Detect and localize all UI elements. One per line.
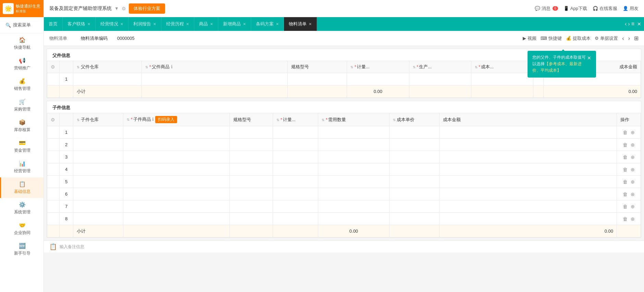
scan-button[interactable]: 扫码录入 [155, 116, 177, 123]
tab-close-icon[interactable]: ✕ [210, 22, 213, 26]
sidebar-nav-item-coop[interactable]: 🤝 企业协同 [0, 219, 44, 239]
tab-profit[interactable]: 利润报告 ✕ [128, 17, 161, 31]
child-goods-cell[interactable] [123, 176, 230, 188]
child-spec-cell[interactable] [230, 139, 273, 151]
child-qty-cell[interactable] [318, 151, 389, 163]
child-qty-cell[interactable] [318, 213, 389, 225]
copy-icon[interactable]: ⊕ [631, 216, 635, 222]
extract-cost-button[interactable]: 💰 提取成本 [566, 35, 591, 42]
child-unit-cell[interactable] [273, 188, 318, 200]
nav-right-icon[interactable]: › [628, 35, 630, 42]
tab-business[interactable]: 经营情况 ✕ [96, 17, 128, 31]
copy-icon[interactable]: ⊕ [631, 179, 635, 185]
child-qty-cell[interactable] [318, 163, 389, 176]
child-warehouse-cell[interactable] [73, 213, 123, 225]
child-spec-cell[interactable] [230, 126, 273, 139]
copy-icon[interactable]: ⊕ [631, 154, 635, 160]
child-warehouse-cell[interactable] [73, 139, 123, 151]
child-spec-cell[interactable] [230, 188, 273, 200]
parent-goods-cell[interactable] [142, 73, 288, 85]
copy-icon[interactable]: ⊕ [631, 204, 635, 209]
sidebar-nav-item-inventory[interactable]: 📦 库存核算 [0, 116, 44, 136]
sidebar-nav-item-quicknav[interactable]: 🏠 快捷导航 [0, 33, 44, 54]
child-unit-cell[interactable] [273, 151, 318, 163]
tab-close-icon[interactable]: ✕ [309, 22, 312, 26]
messages-button[interactable]: 💬 消息 6 [535, 5, 558, 12]
sidebar-search[interactable]: 🔍 搜索菜单 [0, 17, 44, 33]
tab-close-icon[interactable]: ✕ [153, 22, 156, 26]
tab-close-icon[interactable]: ✕ [120, 22, 123, 26]
tab-history[interactable]: 经营历程 ✕ [161, 17, 194, 31]
child-qty-cell[interactable] [318, 200, 389, 213]
copy-icon[interactable]: ⊕ [631, 191, 635, 197]
sidebar-nav-item-purchase[interactable]: 🛒 采购管理 [0, 95, 44, 116]
child-warehouse-cell[interactable] [73, 176, 123, 188]
child-warehouse-cell[interactable] [73, 126, 123, 139]
app-download-button[interactable]: 📱 App下载 [564, 5, 587, 12]
copy-icon[interactable]: ⊕ [631, 130, 635, 135]
search-menu-button[interactable]: 🔍 搜索菜单 [3, 20, 41, 30]
chevron-right-icon[interactable]: › [628, 21, 630, 27]
copy-icon[interactable]: ⊕ [631, 142, 635, 148]
child-unit-cell[interactable] [273, 126, 318, 139]
child-warehouse-cell[interactable] [73, 151, 123, 163]
user-button[interactable]: 👤 用友 [623, 5, 639, 12]
sidebar-nav-item-sales[interactable]: 💰 销售管理 [0, 74, 44, 95]
view-video-button[interactable]: ▶ 视频 [523, 35, 536, 42]
delete-icon[interactable]: 🗑 [623, 130, 628, 135]
child-spec-cell[interactable] [230, 176, 273, 188]
tab-customer[interactable]: 客户联络 ✕ [63, 17, 96, 31]
parent-produce-cell[interactable] [409, 73, 471, 85]
column-settings-icon[interactable]: ⚙ [51, 117, 55, 122]
child-unit-price-cell[interactable] [389, 163, 439, 176]
grid-view-icon[interactable]: ⊞ [634, 35, 639, 42]
tab-barcode[interactable]: 条码方案 ✕ [251, 17, 284, 31]
breadcrumb-parent[interactable]: 物料清单 [49, 35, 67, 42]
child-unit-cell[interactable] [273, 163, 318, 176]
child-unit-price-cell[interactable] [389, 188, 439, 200]
tab-close-icon[interactable]: ✕ [276, 22, 279, 26]
sidebar-nav-item-guide[interactable]: 🆕 新手引导 [0, 239, 44, 260]
child-unit-price-cell[interactable] [389, 200, 439, 213]
child-spec-cell[interactable] [230, 213, 273, 225]
close-tab-icon[interactable]: ✕ [637, 21, 641, 27]
child-spec-cell[interactable] [230, 163, 273, 176]
child-warehouse-cell[interactable] [73, 200, 123, 213]
child-unit-cell[interactable] [273, 176, 318, 188]
child-qty-cell[interactable] [318, 176, 389, 188]
child-spec-cell[interactable] [230, 200, 273, 213]
sidebar-nav-item-marketing[interactable]: 📢 营销推广 [0, 54, 44, 74]
sidebar-nav-item-ops[interactable]: 📊 经营管理 [0, 157, 44, 177]
parent-spec-cell[interactable] [288, 73, 347, 85]
chevron-left-icon[interactable]: ‹ [625, 21, 627, 27]
child-qty-cell[interactable] [318, 188, 389, 200]
child-goods-cell[interactable] [123, 139, 230, 151]
child-warehouse-cell[interactable] [73, 188, 123, 200]
tab-close-icon[interactable]: ✕ [87, 22, 90, 26]
child-unit-cell[interactable] [273, 139, 318, 151]
delete-icon[interactable]: 🗑 [623, 179, 628, 185]
child-goods-cell[interactable] [123, 151, 230, 163]
child-spec-cell[interactable] [230, 151, 273, 163]
child-goods-cell[interactable] [123, 213, 230, 225]
delete-icon[interactable]: 🗑 [623, 154, 628, 160]
try-button[interactable]: 体验行业方案 [129, 3, 165, 14]
child-unit-price-cell[interactable] [389, 151, 439, 163]
single-settings-button[interactable]: ⚙ 单据设置 [595, 35, 618, 42]
tab-newgoods[interactable]: 新增商品 ✕ [218, 17, 251, 31]
child-qty-cell[interactable] [318, 126, 389, 139]
shortcut-button[interactable]: ⌨ 快捷键 [541, 35, 562, 42]
tooltip-close-button[interactable]: ✕ [587, 54, 591, 62]
child-goods-cell[interactable] [123, 188, 230, 200]
gear-settings-icon[interactable]: ⚙ [122, 6, 126, 11]
child-goods-cell[interactable] [123, 163, 230, 176]
child-unit-cell[interactable] [273, 213, 318, 225]
child-unit-price-cell[interactable] [389, 126, 439, 139]
online-service-button[interactable]: 🎧 在线客服 [593, 5, 617, 12]
menu-icon[interactable]: ≡ [631, 21, 634, 27]
delete-icon[interactable]: 🗑 [623, 204, 628, 209]
tab-goods[interactable]: 商品 ✕ [194, 17, 218, 31]
parent-unit-cell[interactable] [347, 73, 409, 85]
delete-icon[interactable]: 🗑 [623, 167, 628, 172]
child-qty-cell[interactable] [318, 139, 389, 151]
